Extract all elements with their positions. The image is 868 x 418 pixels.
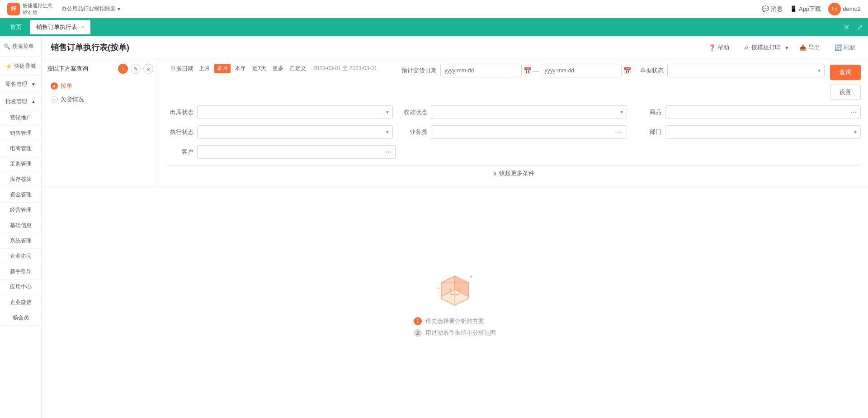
tab-close-icon[interactable]: × bbox=[81, 24, 84, 30]
edit-scheme-button[interactable]: ✎ bbox=[131, 64, 141, 74]
breadcrumb: 办公用品行业模拟账套 ▾ bbox=[61, 5, 120, 13]
tab-home[interactable]: 首页 bbox=[4, 20, 28, 34]
date-preset-this-year[interactable]: 本年 bbox=[233, 64, 248, 73]
topbar: 好 畅捷通好生意 标准版 办公用品行业模拟账套 ▾ 💬 消息 📱 App下载 E… bbox=[0, 0, 868, 18]
salesperson-select[interactable]: ··· bbox=[431, 125, 627, 139]
tab-sales-order[interactable]: 销售订单执行表 × bbox=[30, 20, 90, 34]
order-status-chevron-icon: ▾ bbox=[818, 67, 821, 74]
sidebar-item-inventory[interactable]: 库存核算 bbox=[0, 172, 41, 187]
date-preset-7days[interactable]: 近7天 bbox=[250, 64, 268, 73]
date-preset-custom[interactable]: 自定义 bbox=[288, 64, 308, 73]
content-area: 销售订单执行表(按单) ❓ 帮助 🖨 按模板打印 ▾ 📤 导出 bbox=[42, 36, 868, 418]
step2-label: 用过滤条件来缩小分析范围 bbox=[425, 329, 496, 337]
payment-status-select[interactable]: ▾ bbox=[431, 105, 627, 119]
user-profile-button[interactable]: Ea demo2 bbox=[828, 3, 861, 15]
sidebar-item-retail[interactable]: 零售管理 ▼ bbox=[0, 76, 41, 93]
customer-dots-icon[interactable]: ··· bbox=[386, 148, 392, 156]
collapse-sidebar-button[interactable]: « bbox=[143, 64, 153, 74]
date-preset-last-month[interactable]: 上月 bbox=[197, 64, 212, 73]
customer-label: 客户 bbox=[166, 148, 193, 156]
sidebar-item-marketing[interactable]: 营销推广 bbox=[0, 110, 41, 126]
wholesale-arrow-icon: ▲ bbox=[31, 99, 36, 104]
date-label: 单据日期 bbox=[166, 65, 193, 73]
retail-arrow-icon: ▼ bbox=[31, 82, 36, 87]
message-icon: 💬 bbox=[762, 5, 769, 12]
export-icon: 📤 bbox=[799, 44, 807, 51]
message-button[interactable]: 💬 消息 bbox=[762, 5, 783, 13]
goods-select[interactable]: ··· bbox=[665, 105, 861, 119]
settings-button[interactable]: 设置 bbox=[830, 85, 861, 100]
edit-icon: ✎ bbox=[133, 66, 138, 72]
sidebar-item-app-center[interactable]: 应用中心 bbox=[0, 280, 41, 295]
salesperson-dots-icon[interactable]: ··· bbox=[617, 128, 623, 136]
customer-select[interactable]: ··· bbox=[197, 145, 396, 159]
breadcrumb-chevron-icon[interactable]: ▾ bbox=[118, 6, 120, 12]
export-button[interactable]: 📤 导出 bbox=[796, 42, 824, 53]
sidebar-shortcut-button[interactable]: ⚡ 快捷导航 bbox=[0, 60, 41, 73]
tab-maximize-icon[interactable]: ⤢ bbox=[855, 21, 864, 33]
date-preset-this-month[interactable]: 本月 bbox=[214, 64, 231, 73]
collapse-icon: « bbox=[146, 66, 150, 72]
search-icon: 🔍 bbox=[4, 43, 10, 50]
date-preset-more[interactable]: 更多 bbox=[271, 64, 285, 73]
salesperson-label: 业务员 bbox=[400, 128, 427, 136]
expected-date-to-input[interactable] bbox=[541, 64, 622, 77]
svg-point-9 bbox=[458, 289, 460, 290]
shipping-status-label: 出库状态 bbox=[166, 108, 193, 116]
calendar-from-icon[interactable]: 📅 bbox=[524, 67, 531, 74]
expected-date-from-input[interactable] bbox=[440, 64, 522, 77]
sidebar-item-basic[interactable]: 基础信息 bbox=[0, 218, 41, 233]
filter-layout: 按以下方案查询 + ✎ « bbox=[42, 58, 868, 186]
tabbar-actions: ✕ ⤢ bbox=[842, 21, 864, 33]
salesperson-field: 业务员 ··· bbox=[400, 125, 627, 139]
logo-text: 畅捷通好生意 标准版 bbox=[23, 2, 52, 15]
filter-left-title: 按以下方案查询 + ✎ « bbox=[47, 64, 153, 74]
collapse-more-button[interactable]: ∧ 收起更多条件 bbox=[166, 165, 861, 181]
topbar-left: 好 畅捷通好生意 标准版 办公用品行业模拟账套 ▾ bbox=[7, 2, 120, 15]
sidebar-search-button[interactable]: 🔍 搜索菜单 bbox=[4, 41, 38, 52]
sidebar-item-enterprise[interactable]: 企业协同 bbox=[0, 249, 41, 264]
tab-home-label: 首页 bbox=[10, 23, 22, 31]
sidebar-item-finance[interactable]: 资金管理 bbox=[0, 187, 41, 203]
sidebar-search-area: 🔍 搜索菜单 bbox=[0, 36, 41, 57]
refresh-button[interactable]: 🔄 刷新 bbox=[831, 42, 859, 53]
sidebar-item-purchase[interactable]: 采购管理 bbox=[0, 157, 41, 172]
sidebar-item-sales[interactable]: 销售管理 bbox=[0, 126, 41, 141]
query-button[interactable]: 查询 bbox=[830, 65, 861, 80]
shipping-chevron-icon: ▾ bbox=[386, 109, 389, 115]
filter-nav-debt[interactable]: ○ 欠货情况 bbox=[47, 93, 153, 106]
sidebar-item-ecommerce[interactable]: 电商管理 bbox=[0, 141, 41, 157]
sidebar-item-system[interactable]: 系统管理 bbox=[0, 233, 41, 249]
print-button[interactable]: 🖨 按模板打印 bbox=[740, 42, 784, 53]
page-title: 销售订单执行表(按单) bbox=[51, 42, 129, 53]
query-btn-group: 查询 设置 bbox=[830, 64, 861, 100]
payment-status-label: 收款状态 bbox=[400, 108, 427, 116]
add-icon: + bbox=[121, 66, 125, 72]
step1-label: 请先选择要分析的方案 bbox=[425, 317, 484, 325]
tab-close-window-icon[interactable]: ✕ bbox=[842, 21, 851, 33]
exec-status-select[interactable]: ▾ bbox=[197, 125, 393, 139]
order-status-select[interactable]: ▾ bbox=[667, 64, 825, 77]
svg-text:✦: ✦ bbox=[469, 274, 473, 279]
page-header: 销售订单执行表(按单) ❓ 帮助 🖨 按模板打印 ▾ 📤 导出 bbox=[42, 36, 868, 58]
app-download-button[interactable]: 📱 App下载 bbox=[790, 5, 821, 13]
help-button[interactable]: ❓ 帮助 bbox=[705, 42, 733, 53]
shipping-status-field: 出库状态 ▾ bbox=[166, 105, 393, 119]
goods-dots-icon[interactable]: ··· bbox=[851, 108, 857, 116]
sidebar-item-newbie[interactable]: 新手引导 bbox=[0, 264, 41, 280]
app-download-icon: 📱 bbox=[790, 5, 797, 12]
goods-label: 商品 bbox=[634, 108, 661, 116]
sidebar-item-wechat[interactable]: 企业微信 bbox=[0, 295, 41, 310]
sidebar-item-wholesale[interactable]: 批发管理 ▲ bbox=[0, 93, 41, 110]
print-chevron-icon[interactable]: ▾ bbox=[785, 44, 788, 51]
dept-select[interactable]: ▾ bbox=[665, 125, 861, 139]
press-order-dot: ● bbox=[51, 82, 58, 90]
date-presets: 上月 本月 本年 近7天 更多 自定义 bbox=[197, 64, 308, 73]
main-layout: 🔍 搜索菜单 ⚡ 快捷导航 零售管理 ▼ 批发管理 ▲ 营销推广 销售管理 电商… bbox=[0, 36, 868, 418]
sidebar-item-member[interactable]: 畅会员 bbox=[0, 310, 41, 326]
shipping-status-select[interactable]: ▾ bbox=[197, 105, 393, 119]
filter-nav-press-order[interactable]: ● 按单 bbox=[47, 79, 153, 93]
add-scheme-button[interactable]: + bbox=[118, 64, 128, 74]
sidebar-item-operations[interactable]: 经营管理 bbox=[0, 203, 41, 218]
calendar-to-icon[interactable]: 📅 bbox=[623, 67, 631, 74]
